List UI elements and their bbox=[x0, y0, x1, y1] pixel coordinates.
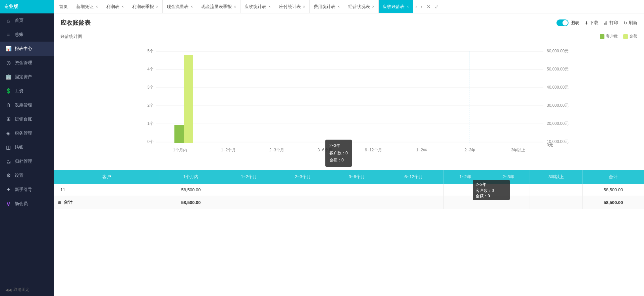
legend-amount-color bbox=[623, 34, 628, 39]
sidebar-item-reports[interactable]: 📊 报表中心 bbox=[0, 42, 54, 56]
sidebar-item-stock[interactable]: ⊞ 进销台账 bbox=[0, 112, 54, 126]
total-total: 58,500.00 bbox=[582, 196, 644, 209]
tab-payable-stat-close[interactable]: × bbox=[303, 4, 305, 9]
tab-next-button[interactable]: › bbox=[419, 0, 425, 13]
col-header-m2: 1~2个月 bbox=[222, 170, 276, 184]
legend-amount-label: 金额 bbox=[629, 34, 637, 39]
legend-customer-color bbox=[600, 34, 604, 39]
tab-expense-stat-label: 费用统计表 bbox=[314, 4, 335, 10]
tab-biz-status-close[interactable]: × bbox=[372, 4, 374, 9]
tab-cashflow-label: 现金流量表 bbox=[167, 4, 189, 10]
tab-cashflow-quarter-close[interactable]: × bbox=[234, 4, 236, 9]
svg-text:60,000.00元: 60,000.00元 bbox=[547, 49, 569, 53]
sidebar-unpin-button[interactable]: ◀◀ 取消固定 bbox=[0, 284, 54, 296]
sidebar-item-invoice[interactable]: 🗒 发票管理 bbox=[0, 98, 54, 112]
print-icon: 🖨 bbox=[604, 20, 608, 26]
settings-icon: ⚙ bbox=[5, 172, 11, 179]
tab-profit-close[interactable]: × bbox=[121, 4, 124, 9]
sidebar-item-label: 发票管理 bbox=[15, 102, 32, 108]
stock-icon: ⊞ bbox=[5, 116, 11, 122]
tab-voucher[interactable]: 新增凭证 × bbox=[72, 0, 102, 13]
sidebar-item-label: 固定资产 bbox=[15, 74, 32, 80]
tab-payable-stat[interactable]: 应付统计表 × bbox=[275, 0, 310, 13]
tab-profit-quarter-close[interactable]: × bbox=[156, 4, 158, 9]
cell-m5 bbox=[384, 184, 444, 196]
tab-voucher-close[interactable]: × bbox=[96, 4, 98, 9]
svg-text:1~2个月: 1~2个月 bbox=[221, 148, 236, 152]
cell-m2 bbox=[222, 184, 276, 196]
tab-biz-status[interactable]: 经营状况表 × bbox=[344, 0, 379, 13]
bar-amount-0 bbox=[184, 55, 193, 143]
tab-expense-stat[interactable]: 费用统计表 × bbox=[310, 0, 344, 13]
sidebar-item-label: 畅会员 bbox=[15, 201, 28, 207]
tab-cashflow-close[interactable]: × bbox=[191, 4, 193, 9]
sidebar-item-assets[interactable]: 🏢 固定资产 bbox=[0, 70, 54, 84]
svg-text:5个: 5个 bbox=[147, 49, 154, 53]
cell-m3 bbox=[276, 184, 330, 196]
main-content: 首页 新增凭证 × 利润表 × 利润表季报 × 现金流量表 × 现金流量表季报 … bbox=[54, 0, 644, 296]
page-actions: 图表 ⬇ 下载 🖨 打印 ↻ 刷新 bbox=[556, 19, 637, 26]
sidebar-item-tax[interactable]: ◈ 税务管理 bbox=[0, 126, 54, 140]
sidebar-item-home[interactable]: ⌂ 首页 bbox=[0, 13, 54, 28]
chart-toggle[interactable] bbox=[556, 19, 569, 26]
table-row: 11 58,500.00 58,500.00 bbox=[54, 184, 644, 196]
archive-icon: 🗂 bbox=[5, 159, 11, 164]
tab-receivable-stat-close[interactable]: × bbox=[268, 4, 271, 9]
svg-text:3~6个月: 3~6个月 bbox=[318, 148, 332, 152]
cell-m4 bbox=[330, 184, 384, 196]
svg-text:2~3年: 2~3年 bbox=[465, 148, 475, 152]
tab-prev-button[interactable]: ‹ bbox=[413, 0, 419, 13]
page-title: 应收账龄表 bbox=[60, 19, 91, 27]
sidebar-item-archive[interactable]: 🗂 归档管理 bbox=[0, 154, 54, 168]
print-button[interactable]: 🖨 打印 bbox=[604, 20, 618, 26]
col-header-total: 合计 bbox=[582, 170, 644, 184]
sidebar: 专业版 ⌂ 首页 ≡ 总账 📊 报表中心 ◎ 资金管理 🏢 固定资产 💲 工资 … bbox=[0, 0, 54, 296]
tab-aging-close[interactable]: × bbox=[407, 4, 409, 9]
tab-profit-quarter[interactable]: 利润表季报 × bbox=[128, 0, 163, 13]
download-icon: ⬇ bbox=[585, 20, 588, 26]
sidebar-item-label: 工资 bbox=[15, 88, 23, 94]
svg-text:2个: 2个 bbox=[147, 103, 154, 108]
tax-icon: ◈ bbox=[5, 130, 11, 136]
sidebar-item-settings[interactable]: ⚙ 设置 bbox=[0, 168, 54, 183]
sidebar-item-label: 报表中心 bbox=[15, 46, 32, 52]
tab-cashflow[interactable]: 现金流量表 × bbox=[163, 0, 197, 13]
tab-maximize-button[interactable]: ⤢ bbox=[433, 0, 441, 13]
col-header-m5: 6~12个月 bbox=[384, 170, 444, 184]
total-label-text: 合计 bbox=[64, 200, 72, 205]
tab-expense-stat-close[interactable]: × bbox=[337, 4, 340, 9]
tab-home[interactable]: 首页 bbox=[55, 0, 72, 13]
total-m5 bbox=[384, 196, 444, 209]
col-header-customer: 客户 bbox=[54, 170, 160, 184]
bar-customer-0 bbox=[174, 125, 184, 143]
tab-aging[interactable]: 应收账龄表 × bbox=[379, 0, 413, 13]
sidebar-item-salary[interactable]: 💲 工资 bbox=[0, 84, 54, 98]
sidebar-item-guide[interactable]: ✦ 新手引导 bbox=[0, 183, 54, 197]
unpin-label: 取消固定 bbox=[13, 287, 30, 293]
legend-amount: 金额 bbox=[623, 34, 637, 39]
tab-cashflow-quarter[interactable]: 现金流量表季报 × bbox=[197, 0, 240, 13]
sidebar-item-capital[interactable]: ◎ 资金管理 bbox=[0, 56, 54, 70]
sidebar-item-ledger[interactable]: ≡ 总账 bbox=[0, 28, 54, 42]
svg-text:3个: 3个 bbox=[147, 85, 154, 90]
download-button[interactable]: ⬇ 下载 bbox=[585, 20, 598, 26]
settle-icon: ◫ bbox=[5, 144, 11, 150]
sidebar-item-label: 总账 bbox=[15, 32, 23, 38]
refresh-button[interactable]: ↻ 刷新 bbox=[624, 20, 637, 26]
sidebar-item-settle[interactable]: ◫ 结账 bbox=[0, 140, 54, 154]
legend-customer: 客户数 bbox=[600, 34, 618, 39]
tab-receivable-stat[interactable]: 应收统计表 × bbox=[240, 0, 275, 13]
svg-text:50,000.00元: 50,000.00元 bbox=[547, 67, 569, 71]
sidebar-item-vip[interactable]: V 畅会员 bbox=[0, 197, 54, 211]
guide-icon: ✦ bbox=[5, 187, 11, 193]
svg-text:2~3个月: 2~3个月 bbox=[269, 148, 284, 152]
tab-close-all-button[interactable]: ✕ bbox=[425, 0, 433, 13]
svg-text:20,000.00元: 20,000.00元 bbox=[547, 121, 569, 126]
tab-profit[interactable]: 利润表 × bbox=[102, 0, 128, 13]
chart-area: 5个 4个 3个 2个 1个 0个 60,000.00元 50,000.00元 … bbox=[60, 42, 637, 166]
invoice-icon: 🗒 bbox=[5, 102, 11, 108]
svg-text:3年以上: 3年以上 bbox=[511, 148, 526, 152]
page-header: 应收账龄表 图表 ⬇ 下载 🖨 打印 ↻ 刷新 bbox=[54, 13, 644, 30]
tab-bar: 首页 新增凭证 × 利润表 × 利润表季报 × 现金流量表 × 现金流量表季报 … bbox=[54, 0, 644, 13]
col-header-m8: 3年以上 bbox=[530, 170, 582, 184]
